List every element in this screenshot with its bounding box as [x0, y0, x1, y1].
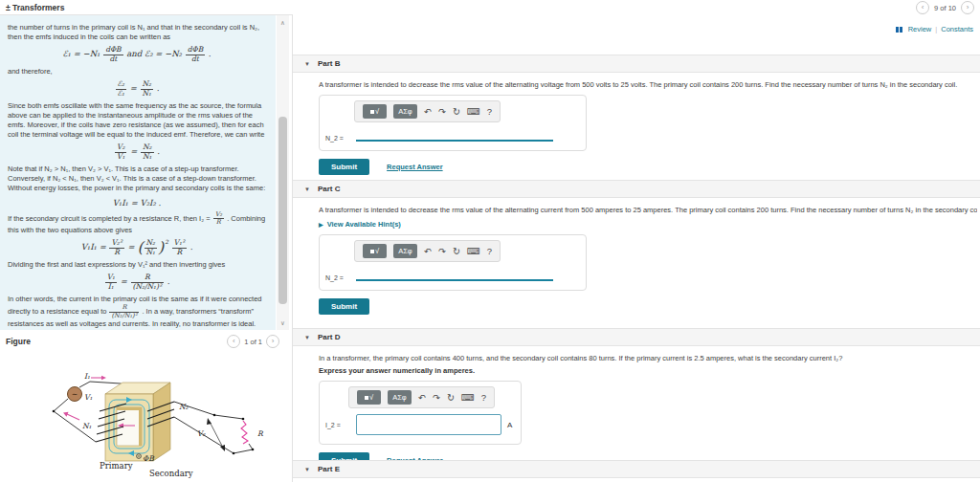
n1-arrow	[63, 412, 79, 420]
paragraph: Dividing the first and last expressions …	[8, 260, 266, 270]
part-c-header[interactable]: ▼ Part C	[293, 180, 980, 198]
part-b-section: ▼ Part B A transformer is intended to de…	[293, 55, 980, 175]
undo-icon[interactable]: ↶	[418, 393, 426, 403]
symbolic-answer-input[interactable]	[356, 129, 553, 142]
templates-button[interactable]: √	[357, 390, 381, 405]
wire-node	[242, 418, 245, 421]
help-icon[interactable]: ?	[481, 393, 486, 403]
part-c-section: ▼ Part C A transformer is intended to de…	[293, 180, 980, 315]
label-primary: Primary	[100, 461, 133, 471]
reset-icon[interactable]: ↻	[453, 247, 460, 256]
wire-node	[233, 452, 235, 455]
wire-node	[252, 449, 255, 451]
part-c-title: Part C	[318, 185, 341, 193]
view-hints-link[interactable]: ▶ View Available Hint(s)	[319, 220, 980, 229]
part-c-question: A transformer is intended to decrease th…	[319, 206, 977, 214]
fraction: N₂N₁	[141, 143, 154, 161]
part-b-header[interactable]: ▼ Part B	[293, 55, 980, 73]
part-b-question: A transformer is intended to decrease th…	[319, 80, 977, 89]
help-icon[interactable]: ?	[487, 107, 492, 117]
answer-label: N_2 =	[325, 135, 352, 142]
templates-button[interactable]: √	[363, 244, 387, 258]
label-phi: ΦB	[143, 454, 154, 463]
symbolic-answer-input[interactable]	[356, 269, 553, 281]
hint-expand-icon: ▶	[319, 221, 323, 228]
part-d-title: Part D	[318, 333, 341, 341]
figure-prev-button[interactable]: ‹	[227, 335, 240, 348]
equation-toolbar: √ ΑΣφ ↶ ↷ ↻ ⌨ ?	[354, 240, 501, 262]
i1-arrow	[91, 376, 106, 380]
greek-symbols-button[interactable]: ΑΣφ	[393, 104, 417, 119]
submit-button[interactable]: Submit	[319, 159, 369, 175]
figure-page-count: 1 of 1	[244, 338, 262, 346]
resistor-icon	[241, 421, 248, 444]
wire-node	[213, 414, 216, 417]
equation: V₂V₁ = N₂N₁ .	[8, 143, 266, 161]
redo-icon[interactable]: ↷	[438, 247, 446, 256]
label-secondary: Secondary	[149, 469, 193, 478]
next-item-button[interactable]: ›	[961, 1, 974, 14]
reset-icon[interactable]: ↻	[447, 393, 455, 403]
parenthesized-fraction: (N₂N₁)2	[137, 239, 167, 256]
keyboard-icon[interactable]: ⌨	[461, 393, 475, 403]
intro-scrollbar[interactable]: ∧ ∨	[277, 15, 289, 330]
collapse-icon: ▼	[304, 335, 310, 340]
fraction: V₂R	[213, 211, 224, 227]
equation-toolbar: √ ΑΣφ ↶ ↷ ↻ ⌨ ?	[354, 100, 501, 122]
equation: V₁I₁ = R(N₂/N₁)² .	[8, 274, 266, 291]
help-icon[interactable]: ?	[487, 247, 492, 256]
keyboard-icon[interactable]: ⌨	[467, 107, 480, 117]
fraction: V₂V₁	[115, 143, 126, 161]
label-n2: N₂	[179, 403, 189, 411]
scroll-down-icon[interactable]: ∨	[277, 318, 289, 328]
redo-icon[interactable]: ↷	[433, 393, 440, 403]
label-i1: I₁	[84, 372, 90, 381]
prev-item-button[interactable]: ‹	[916, 1, 929, 14]
fraction: N₂N₁	[141, 80, 154, 98]
label-r: R	[257, 429, 264, 438]
numeric-answer-input[interactable]	[356, 414, 501, 435]
equation: V₁I₁ = V₂I₂ .	[8, 198, 266, 208]
fraction: ℰ₂ℰ₁	[116, 80, 127, 98]
answer-label: N_2 =	[325, 274, 352, 281]
part-e-title: Part E	[318, 465, 340, 473]
collapse-icon: ▼	[304, 467, 310, 472]
part-e-header[interactable]: ▼ Part E	[293, 460, 980, 478]
ac-source-icon: ∼	[68, 387, 82, 402]
part-b-answer-box: √ ΑΣφ ↶ ↷ ↻ ⌨ ? N_2 =	[319, 95, 587, 151]
wire-node	[53, 410, 56, 413]
fraction: V₁I₁	[105, 274, 117, 291]
hint-label: View Available Hint(s)	[327, 220, 401, 229]
templates-button[interactable]: √	[363, 104, 387, 119]
collapse-icon: ▼	[304, 61, 310, 67]
redo-icon[interactable]: ↷	[438, 107, 446, 117]
reset-icon[interactable]: ↻	[453, 107, 460, 117]
greek-symbols-button[interactable]: ΑΣφ	[393, 244, 417, 258]
label-n1: N₁	[82, 422, 92, 430]
figure-next-button[interactable]: ›	[266, 335, 279, 348]
undo-icon[interactable]: ↶	[424, 107, 432, 117]
request-answer-link[interactable]: Request Answer	[387, 163, 443, 171]
undo-icon[interactable]: ↶	[424, 247, 432, 256]
transformer-figure: ∼	[46, 367, 276, 480]
square-icon	[365, 396, 368, 400]
greek-symbols-button[interactable]: ΑΣφ	[388, 390, 412, 405]
svg-text:∼: ∼	[72, 390, 78, 399]
equation: ℰ₁ = −N₁ dΦBdt and ℰ₂ = −N₂ dΦBdt .	[8, 46, 266, 63]
part-d-header[interactable]: ▼ Part D	[293, 328, 980, 346]
item-count: 9 of 10	[934, 4, 956, 12]
paragraph: the number of turns in the primary coil …	[8, 23, 266, 42]
fraction: dΦBdt	[186, 46, 205, 63]
submit-button[interactable]: Submit	[319, 298, 369, 315]
equation: ℰ₂ℰ₁ = N₂N₁ .	[8, 80, 266, 98]
item-pagination: ‹ 9 of 10 ›	[916, 1, 974, 14]
scroll-up-icon[interactable]: ∧	[277, 17, 289, 28]
keyboard-icon[interactable]: ⌨	[467, 247, 480, 256]
constants-link[interactable]: Constants	[941, 25, 973, 33]
scrollbar-thumb[interactable]	[278, 117, 287, 304]
unit-label: A	[507, 421, 512, 429]
part-c-answer-box: √ ΑΣφ ↶ ↷ ↻ ⌨ ? N_2 =	[319, 234, 587, 291]
flux-dot-icon	[137, 454, 142, 459]
answer-instruction: Express your answer numerically in amper…	[319, 366, 980, 375]
review-link[interactable]: Review	[908, 25, 932, 33]
